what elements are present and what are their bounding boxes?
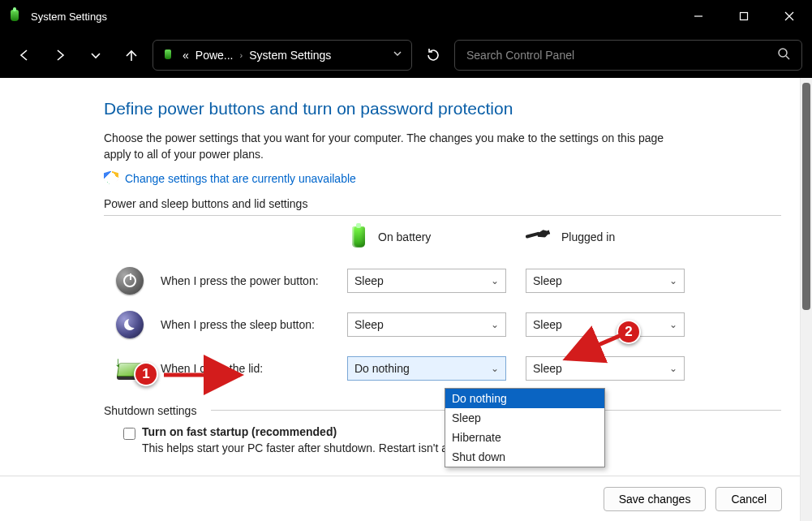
- lid-plugged-select[interactable]: Sleep ⌄: [526, 356, 685, 381]
- address-bar[interactable]: « Powe... › System Settings: [153, 40, 412, 71]
- breadcrumb-sep: ›: [240, 50, 243, 60]
- app-icon: [8, 7, 23, 25]
- dropdown-option[interactable]: Hibernate: [445, 428, 604, 447]
- save-changes-button[interactable]: Save changes: [604, 487, 707, 511]
- fast-startup-help: This helps start your PC faster after sh…: [142, 441, 488, 454]
- lid-battery-select[interactable]: Do nothing ⌄: [347, 356, 506, 381]
- title-bar: System Settings: [0, 0, 812, 32]
- up-button[interactable]: [117, 41, 146, 70]
- content-scroll: Define power buttons and turn on passwor…: [0, 78, 812, 476]
- scrollbar-thumb[interactable]: [802, 83, 810, 310]
- uac-shield-icon: [104, 171, 118, 186]
- lid-plugged-value: Sleep: [533, 362, 562, 375]
- sleep-plugged-select[interactable]: Sleep ⌄: [526, 312, 685, 337]
- chevron-down-icon: ⌄: [669, 275, 677, 286]
- sleep-battery-value: Sleep: [354, 318, 384, 331]
- shutdown-section-label: Shutdown settings: [104, 404, 196, 417]
- page-title: Define power buttons and turn on passwor…: [104, 99, 781, 118]
- lid-icon: ↓: [115, 354, 144, 383]
- search-input[interactable]: [466, 49, 777, 62]
- sleep-row-label: When I press the sleep button:: [161, 318, 339, 331]
- refresh-button[interactable]: [419, 41, 448, 70]
- svg-line-6: [786, 56, 789, 59]
- recent-dropdown-button[interactable]: [81, 41, 110, 70]
- sleep-button-icon: [115, 310, 144, 339]
- power-plugged-value: Sleep: [533, 274, 562, 287]
- power-options-icon: [161, 48, 176, 62]
- cancel-button[interactable]: Cancel: [715, 487, 782, 511]
- buttons-section-label: Power and sleep buttons and lid settings: [104, 197, 781, 210]
- chevron-down-icon: ⌄: [491, 363, 499, 374]
- power-battery-select[interactable]: Sleep ⌄: [347, 269, 506, 293]
- footer: Save changes Cancel: [0, 476, 800, 521]
- forward-button[interactable]: [45, 41, 75, 70]
- svg-rect-1: [741, 13, 748, 20]
- power-button-icon: [115, 266, 144, 295]
- battery-icon: [347, 222, 370, 252]
- breadcrumb-seg1[interactable]: Powe...: [195, 49, 234, 62]
- intro-text: Choose the power settings that you want …: [104, 130, 672, 163]
- sleep-plugged-value: Sleep: [533, 318, 562, 331]
- svg-point-5: [779, 49, 787, 57]
- settings-grid: On battery Plugged in When I press the p…: [104, 222, 781, 383]
- search-box[interactable]: [454, 40, 802, 71]
- breadcrumb-prefix: «: [183, 49, 189, 62]
- lid-row-label: When I close the lid:: [161, 362, 339, 375]
- dropdown-option[interactable]: Sleep: [445, 408, 604, 428]
- minimize-button[interactable]: [676, 0, 721, 32]
- fast-startup-label: Turn on fast startup (recommended): [142, 425, 337, 438]
- search-icon: [777, 47, 790, 63]
- close-button[interactable]: [767, 0, 812, 32]
- col-battery-label: On battery: [378, 230, 431, 243]
- chevron-down-icon: ⌄: [491, 275, 499, 286]
- vertical-scrollbar[interactable]: [800, 78, 812, 521]
- section-rule: [104, 215, 781, 216]
- dropdown-option[interactable]: Do nothing: [445, 389, 604, 408]
- content-area: Define power buttons and turn on passwor…: [0, 78, 812, 521]
- toolbar: « Powe... › System Settings: [0, 32, 812, 78]
- back-button[interactable]: [10, 41, 39, 70]
- window-title: System Settings: [31, 11, 107, 23]
- change-unavailable-link[interactable]: Change settings that are currently unava…: [125, 172, 356, 185]
- dropdown-option[interactable]: Shut down: [445, 447, 604, 467]
- maximize-button[interactable]: [721, 0, 767, 32]
- power-battery-value: Sleep: [354, 274, 384, 287]
- sleep-battery-select[interactable]: Sleep ⌄: [347, 312, 506, 337]
- col-plugged-label: Plugged in: [561, 230, 615, 243]
- power-plugged-select[interactable]: Sleep ⌄: [526, 269, 685, 293]
- address-dropdown-icon[interactable]: [392, 48, 403, 62]
- col-plugged-in: Plugged in: [526, 229, 696, 245]
- col-on-battery: On battery: [347, 222, 518, 252]
- chevron-down-icon: ⌄: [491, 319, 499, 330]
- chevron-down-icon: ⌄: [669, 319, 677, 330]
- window-buttons: [676, 0, 812, 32]
- lid-battery-value: Do nothing: [354, 362, 410, 375]
- chevron-down-icon: ⌄: [669, 363, 677, 374]
- lid-battery-dropdown[interactable]: Do nothing Sleep Hibernate Shut down: [445, 388, 605, 467]
- power-row-label: When I press the power button:: [161, 274, 339, 287]
- fast-startup-checkbox[interactable]: [123, 428, 135, 440]
- plug-icon: [526, 229, 553, 245]
- breadcrumb-seg2[interactable]: System Settings: [249, 49, 331, 62]
